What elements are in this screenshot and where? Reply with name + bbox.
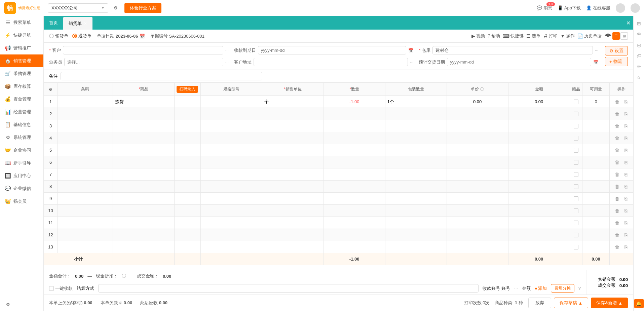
row-spec[interactable]	[200, 144, 262, 156]
row-delete-icon[interactable]: 🗑	[614, 232, 620, 238]
col-settings[interactable]: ⚙	[44, 83, 58, 96]
one-click-payment-checkbox[interactable]: 一键收款	[49, 285, 73, 291]
remarks-input[interactable]	[61, 72, 262, 80]
close-window-icon[interactable]: ✕	[626, 20, 631, 26]
row-qty[interactable]	[324, 217, 385, 229]
gift-checkbox[interactable]	[574, 136, 578, 141]
row-pkg-qty[interactable]	[385, 181, 447, 193]
row-product[interactable]	[113, 96, 174, 108]
row-spec[interactable]	[200, 108, 262, 120]
row-unit[interactable]	[262, 181, 324, 193]
row-unit[interactable]	[262, 108, 324, 120]
row-unit-price[interactable]	[447, 96, 508, 108]
row-qty[interactable]	[324, 181, 385, 193]
payment-due-calendar-icon[interactable]: 📅	[408, 48, 413, 53]
row-gift[interactable]	[570, 205, 582, 217]
tab-sales-order[interactable]: 销货单 ✕	[63, 17, 92, 30]
row-gift[interactable]	[570, 168, 582, 181]
customer-input[interactable]	[63, 46, 223, 54]
row-spec[interactable]	[200, 241, 262, 253]
row-qty[interactable]	[324, 144, 385, 156]
row-qty[interactable]	[324, 132, 385, 144]
row-spec[interactable]	[200, 168, 262, 181]
row-product[interactable]	[113, 181, 174, 193]
row-qty[interactable]	[324, 193, 385, 205]
sidebar-item-weixin[interactable]: 💬 企业微信	[0, 182, 43, 195]
row-gift[interactable]	[570, 96, 582, 108]
row-unit-price[interactable]	[447, 229, 508, 241]
row-unit[interactable]	[262, 241, 324, 253]
gift-checkbox[interactable]	[574, 245, 578, 249]
row-spec[interactable]	[200, 229, 262, 241]
settings-icon-btn[interactable]: ⚙	[111, 3, 120, 13]
list-view-btn[interactable]: ☰	[612, 32, 620, 40]
row-delete-icon[interactable]: 🗑	[614, 159, 620, 166]
row-amount[interactable]	[508, 217, 570, 229]
history-btn[interactable]: 📄 历史单据	[577, 33, 602, 39]
row-pkg-qty[interactable]	[385, 241, 447, 253]
row-delete-icon[interactable]: 🗑	[614, 111, 620, 117]
sidebar-settings-btn[interactable]: ⚙	[0, 298, 43, 311]
radio-sales[interactable]: 销货单	[49, 33, 68, 39]
avatar2[interactable]	[631, 3, 640, 13]
row-amount[interactable]	[508, 193, 570, 205]
row-spec[interactable]	[200, 217, 262, 229]
row-amount[interactable]	[508, 168, 570, 181]
row-gift[interactable]	[570, 229, 582, 241]
row-amount[interactable]	[508, 96, 570, 108]
customer-suffix-icon[interactable]: ···	[225, 48, 229, 53]
save-draft-btn[interactable]: 保存草稿 ▲	[554, 298, 589, 308]
row-amount[interactable]	[508, 229, 570, 241]
calendar-icon[interactable]: 📅	[140, 34, 145, 39]
row-unit-price[interactable]	[447, 205, 508, 217]
sidebar-item-inventory[interactable]: 📦 库存核算	[0, 80, 43, 93]
row-pkg-qty[interactable]	[385, 108, 447, 120]
row-pkg-qty[interactable]	[385, 193, 447, 205]
delivery-date-input[interactable]	[447, 58, 591, 66]
row-unit-price[interactable]	[447, 193, 508, 205]
sidebar-item-guide[interactable]: 📖 新手引导	[0, 157, 43, 169]
row-gift[interactable]	[570, 193, 582, 205]
warehouse-input[interactable]	[432, 46, 593, 54]
row-unit[interactable]	[262, 193, 324, 205]
row-qty[interactable]	[324, 96, 385, 108]
row-copy-icon[interactable]: ⎘	[622, 159, 629, 166]
gift-checkbox[interactable]	[574, 233, 578, 237]
row-amount[interactable]	[508, 205, 570, 217]
row-spec[interactable]	[200, 205, 262, 217]
row-unit-price[interactable]	[447, 168, 508, 181]
row-barcode[interactable]	[58, 144, 113, 156]
rp-edit[interactable]: ✏	[634, 62, 644, 71]
gift-checkbox[interactable]	[574, 196, 578, 201]
row-pkg-qty[interactable]	[385, 120, 447, 132]
row-copy-icon[interactable]: ⎘	[622, 244, 629, 250]
row-pkg-qty[interactable]	[385, 144, 447, 156]
row-unit-price[interactable]	[447, 181, 508, 193]
scan-btn[interactable]: 扫码录入	[177, 86, 198, 93]
row-gift[interactable]	[570, 181, 582, 193]
avatar[interactable]	[616, 3, 625, 13]
row-copy-icon[interactable]: ⎘	[622, 183, 629, 190]
gift-checkbox[interactable]	[574, 112, 578, 116]
sidebar-item-basic[interactable]: 📋 基础信息	[0, 118, 43, 131]
row-copy-icon[interactable]: ⎘	[622, 111, 629, 117]
settlement-method-input[interactable]	[98, 284, 479, 293]
row-copy-icon[interactable]: ⎘	[622, 171, 629, 178]
rp-tag[interactable]: 🏷	[634, 51, 644, 61]
row-product[interactable]	[113, 156, 174, 168]
grid-view-btn[interactable]: ⊞	[620, 32, 628, 40]
row-barcode[interactable]	[58, 241, 113, 253]
row-product[interactable]	[113, 241, 174, 253]
row-amount[interactable]	[508, 156, 570, 168]
abandon-btn[interactable]: 放弃	[528, 298, 551, 308]
prev-icon[interactable]: ◀	[604, 32, 608, 40]
row-gift[interactable]	[570, 156, 582, 168]
row-amount[interactable]	[508, 181, 570, 193]
row-barcode[interactable]	[58, 181, 113, 193]
company-selector[interactable]: XXXXXX公司 ▼	[48, 3, 108, 13]
row-product[interactable]	[113, 205, 174, 217]
sidebar-item-sales[interactable]: 🏠 销售管理	[0, 54, 43, 67]
row-unit[interactable]	[262, 217, 324, 229]
row-spec[interactable]	[200, 120, 262, 132]
app-download-btn[interactable]: 📱 App下载	[558, 5, 581, 11]
